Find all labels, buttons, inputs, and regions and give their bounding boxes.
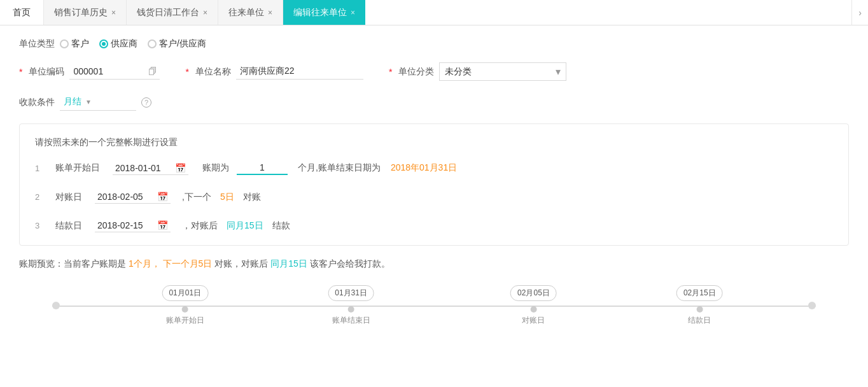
preview-middle: 对账，对账后 [214,258,268,269]
reconcile-date-input-wrap: 📅 [95,190,171,204]
unit-code-star: * [19,67,22,77]
setting-row-1: 1 账单开始日 📅 账期为 个月,账单结束日期为 2018年01月31日 [35,161,833,175]
settings-box: 请按照未来的一个完整帐期进行设置 1 账单开始日 📅 账期为 个月,账单结束日期… [19,123,849,246]
unit-type-radio-group: 客户 供应商 客户/供应商 [60,38,206,50]
unit-category-label: 单位分类 [398,66,434,78]
unit-code-copy-icon[interactable]: 🗍 [146,65,160,78]
tl-badge-1: 01月01日 [162,285,208,301]
setting-row-3: 3 结款日 📅 ，对账后 同月15日 结款 [35,219,833,232]
payment-condition-select[interactable]: 月结 ▾ [60,94,136,111]
unit-type-field: 单位类型 客户 供应商 客户/供应商 [19,38,206,50]
unit-name-input[interactable] [236,64,363,80]
tl-badge-3: 02月05日 [510,285,557,301]
start-date-cal-icon[interactable]: 📅 [175,163,186,173]
setting-row-2: 2 对账日 📅 ,下一个 5日 对账 [35,190,833,204]
unit-category-field: * 单位分类 未分类 ▾ [389,62,566,81]
payment-condition-label: 收款条件 [19,97,55,108]
row-label-1: 账单开始日 [55,162,100,174]
start-date-input[interactable] [115,163,172,173]
radio-both-circle [148,39,157,48]
preview-period: 1个月， [129,258,160,269]
timeline-point-3: 02月05日 对账日 [510,285,557,326]
payment-condition-value: 月结 [64,96,81,108]
settings-title: 请按照未来的一个完整帐期进行设置 [35,137,833,148]
settle-date-cal-icon[interactable]: 📅 [157,220,168,230]
unit-info-row: * 单位编码 🗍 * 单位名称 * 单位分类 未分类 ▾ [19,62,849,81]
unit-category-dropdown[interactable]: 未分类 ▾ [439,62,566,81]
settle-prefix: ，对账后 [182,220,218,232]
reconcile-highlight: 5日 [220,192,234,203]
period-end-date: 2018年01月31日 [391,162,457,174]
cash-work-label: 钱货日清工作台 [137,7,199,18]
unit-category-value: 未分类 [445,66,556,78]
unit-type-label: 单位类型 [19,38,55,50]
reconcile-date-cal-icon[interactable]: 📅 [157,192,168,202]
main-content: 单位类型 客户 供应商 客户/供应商 * 单位编码 [0,25,868,387]
unit-code-field: * 单位编码 🗍 [19,64,160,80]
preview-label: 账期预览：当前客户账期是 [19,258,126,269]
reconcile-date-input[interactable] [97,192,155,202]
unit-name-label: 单位名称 [195,66,231,78]
sales-history-close-icon[interactable]: × [111,8,116,17]
radio-customer[interactable]: 客户 [60,38,89,50]
period-suffix: 个月,账单结束日期为 [298,162,381,174]
radio-customer-label: 客户 [71,38,89,50]
tab-home[interactable]: 首页 [0,0,44,25]
row-num-2: 2 [35,192,48,202]
radio-supplier[interactable]: 供应商 [99,38,137,50]
settle-date-input-wrap: 📅 [95,219,171,232]
timeline-point-2: 01月31日 账单结束日 [328,285,374,326]
unit-name-star: * [185,67,188,77]
unit-category-star: * [389,67,392,77]
radio-supplier-label: 供应商 [111,38,137,50]
timeline-right-end [808,302,816,309]
unit-code-input[interactable] [69,64,146,79]
unit-code-label: 单位编码 [29,66,64,78]
tab-overflow-arrow[interactable]: › [851,0,868,25]
unit-code-input-wrap: 🗍 [69,64,160,80]
unit-type-row: 单位类型 客户 供应商 客户/供应商 [19,38,849,50]
chevron-right-icon: › [858,8,862,18]
edit-partner-label: 编辑往来单位 [293,7,347,18]
payment-condition-arrow-icon: ▾ [87,97,90,106]
settle-date-input[interactable] [97,220,155,230]
tl-dot-3 [530,306,536,313]
payment-condition-help-icon[interactable]: ? [141,97,151,108]
tl-label-2: 账单结束日 [332,315,370,326]
timeline-left-end [52,302,60,309]
row-num-1: 1 [35,164,48,173]
timeline-point-1: 01月01日 账单开始日 [162,285,208,326]
settle-suffix: 结款 [272,220,290,232]
tab-edit-partner[interactable]: 编辑往来单位 × [283,0,365,25]
tl-dot-1 [182,306,188,313]
timeline: 01月01日 账单开始日 01月31日 账单结束日 02月05日 对账日 02月… [19,285,849,336]
preview-reconcile: 下一个月5日 [163,258,213,269]
period-label: 账期为 [202,162,229,174]
radio-both[interactable]: 客户/供应商 [148,38,206,50]
tl-label-1: 账单开始日 [166,315,204,326]
row-label-3: 结款日 [55,220,82,232]
tl-dot-2 [348,306,354,313]
cash-work-close-icon[interactable]: × [203,8,207,17]
edit-partner-close-icon[interactable]: × [351,8,355,17]
partner-label: 往来单位 [228,7,264,18]
preview-suffix: 该客户会给我打款。 [310,258,390,269]
payment-condition-row: 收款条件 月结 ▾ ? [19,94,849,111]
tab-partner[interactable]: 往来单位 × [218,0,283,25]
preview-section: 账期预览：当前客户账期是 1个月， 下一个月5日 对账，对账后 同月15日 该客… [19,258,849,270]
tab-cash-work[interactable]: 钱货日清工作台 × [127,0,218,25]
radio-supplier-circle [99,39,108,48]
period-input[interactable] [237,161,288,175]
row-num-3: 3 [35,221,48,230]
partner-close-icon[interactable]: × [268,8,272,17]
unit-name-field: * 单位名称 [185,64,363,80]
tab-sales-history[interactable]: 销售订单历史 × [44,0,127,25]
home-tab-label: 首页 [13,7,31,18]
start-date-input-wrap: 📅 [113,162,188,175]
tl-label-4: 结款日 [688,315,711,326]
radio-both-label: 客户/供应商 [159,38,206,50]
reconcile-prefix: ,下一个 [182,192,211,203]
payment-condition-field: 收款条件 月结 ▾ ? [19,94,151,111]
tl-badge-4: 02月15日 [676,285,723,301]
unit-category-arrow-icon: ▾ [556,66,561,78]
